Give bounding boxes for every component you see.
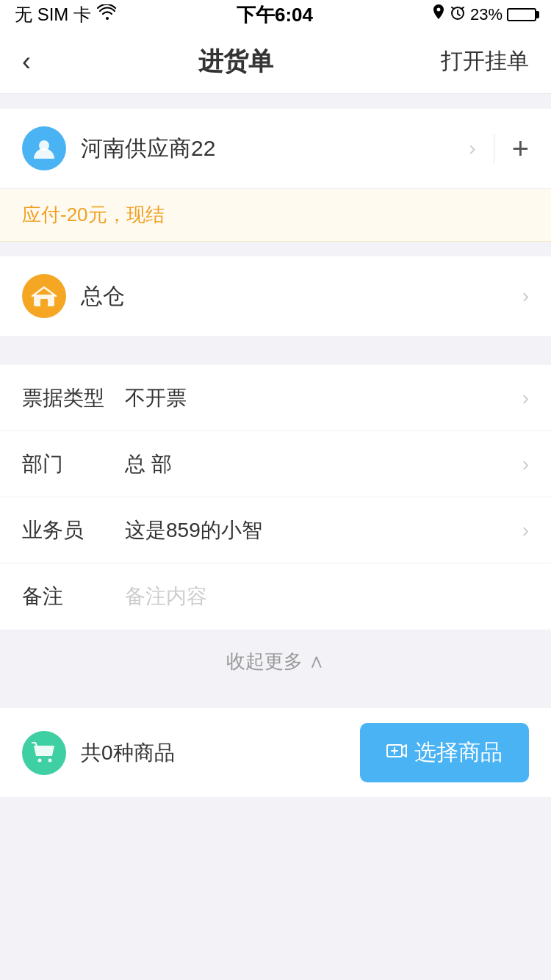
warehouse-chevron-icon: › [522, 284, 529, 308]
carrier-label: 无 SIM 卡 [15, 3, 91, 26]
svg-point-5 [48, 758, 52, 762]
supplier-section: 河南供应商22 › + 应付-20元，现结 [0, 109, 551, 242]
collapse-button[interactable]: 收起更多 ∧ [0, 630, 551, 693]
invoice-type-row[interactable]: 票据类型 不开票 › [0, 365, 551, 431]
warehouse-icon [22, 274, 66, 318]
select-product-label: 选择商品 [414, 738, 503, 768]
warehouse-name: 总仓 [81, 281, 522, 311]
svg-rect-3 [40, 299, 48, 306]
section-gap-3 [0, 336, 551, 350]
status-time: 下午6:04 [237, 2, 313, 28]
invoice-type-label: 票据类型 [22, 384, 110, 412]
product-count: 共0种商品 [81, 739, 360, 767]
back-button[interactable]: ‹ [22, 46, 31, 77]
salesperson-label: 业务员 [22, 516, 110, 544]
section-gap-1 [0, 94, 551, 109]
department-chevron-icon: › [522, 453, 529, 476]
warehouse-row[interactable]: 总仓 › [0, 256, 551, 336]
supplier-chevron-icon: › [469, 137, 475, 160]
form-section: 票据类型 不开票 › 部门 总 部 › 业务员 这是859的小智 › 备注 备注… [0, 365, 551, 630]
supplier-row[interactable]: 河南供应商22 › + [0, 109, 551, 189]
status-right: 23% [432, 4, 536, 25]
wifi-icon [97, 4, 118, 25]
department-value: 总 部 [110, 450, 522, 478]
add-supplier-button[interactable]: + [512, 134, 529, 163]
battery-icon [507, 8, 536, 21]
status-bar: 无 SIM 卡 下午6:04 23% [0, 0, 551, 29]
product-cart-icon [22, 731, 66, 775]
bottom-bar: 共0种商品 选择商品 [0, 708, 551, 797]
select-product-button[interactable]: 选择商品 [360, 723, 529, 782]
notice-bar: 应付-20元，现结 [0, 189, 551, 242]
supplier-name: 河南供应商22 [81, 134, 469, 164]
salesperson-row[interactable]: 业务员 这是859的小智 › [0, 497, 551, 563]
supplier-divider [494, 134, 494, 163]
open-pending-button[interactable]: 打开挂单 [441, 46, 529, 76]
svg-point-4 [38, 758, 42, 762]
remark-value[interactable]: 备注内容 [110, 583, 529, 610]
select-product-icon [386, 741, 407, 765]
nav-bar: ‹ 进货单 打开挂单 [0, 29, 551, 94]
salesperson-value: 这是859的小智 [110, 516, 522, 544]
location-icon [432, 4, 445, 25]
invoice-chevron-icon: › [522, 386, 529, 410]
supplier-avatar [22, 126, 66, 170]
department-row[interactable]: 部门 总 部 › [0, 431, 551, 497]
status-left: 无 SIM 卡 [15, 3, 118, 26]
battery-label: 23% [470, 5, 503, 24]
remark-label: 备注 [22, 583, 110, 610]
salesperson-chevron-icon: › [522, 519, 529, 542]
page-title: 进货单 [198, 45, 273, 79]
invoice-type-value: 不开票 [110, 384, 522, 412]
alarm-icon [450, 4, 466, 25]
section-gap-2 [0, 242, 551, 256]
department-label: 部门 [22, 450, 110, 478]
remark-row[interactable]: 备注 备注内容 [0, 563, 551, 630]
